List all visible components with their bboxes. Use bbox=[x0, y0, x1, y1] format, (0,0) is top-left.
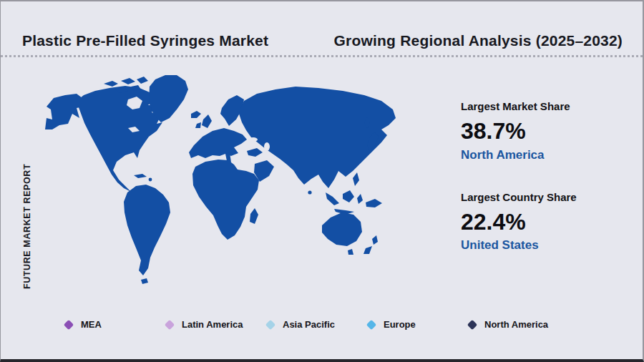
stat-country-share: Largest Country Share 22.4% United State… bbox=[461, 191, 633, 253]
legend-marker-icon bbox=[467, 319, 477, 329]
legend-item-latin-america: Latin America bbox=[166, 319, 267, 330]
legend-marker-icon bbox=[64, 319, 74, 329]
dotted-divider bbox=[1, 55, 643, 57]
brand-watermark: FUTURE MARKET REPORT bbox=[22, 165, 32, 288]
legend-label: MEA bbox=[81, 319, 102, 330]
stat-value: 22.4% bbox=[461, 210, 633, 235]
infographic-frame: Plastic Pre-Filled Syringes Market Growi… bbox=[0, 0, 644, 362]
legend-label: Asia Pacific bbox=[283, 319, 335, 330]
stat-label: Largest Country Share bbox=[461, 191, 633, 203]
stat-value: 38.7% bbox=[461, 119, 633, 144]
world-map-svg bbox=[44, 62, 448, 298]
world-map bbox=[44, 62, 448, 298]
stat-label: Largest Market Share bbox=[461, 100, 633, 112]
header: Plastic Pre-Filled Syringes Market Growi… bbox=[1, 1, 643, 55]
legend-label: Europe bbox=[384, 319, 416, 330]
legend-item-mea: MEA bbox=[65, 319, 166, 330]
legend-marker-icon bbox=[265, 319, 275, 329]
legend-marker-icon bbox=[165, 319, 175, 329]
stat-region: United States bbox=[461, 238, 633, 253]
stat-region: North America bbox=[461, 148, 633, 162]
stat-market-share: Largest Market Share 38.7% North America bbox=[461, 100, 633, 162]
legend: MEA Latin America Asia Pacific Europe No… bbox=[65, 319, 548, 330]
legend-item-europe: Europe bbox=[368, 319, 469, 330]
legend-item-north-america: North America bbox=[469, 319, 548, 330]
page-subtitle: Growing Regional Analysis (2025–2032) bbox=[334, 32, 623, 49]
stats-panel: Largest Market Share 38.7% North America… bbox=[461, 100, 633, 281]
page-title: Plastic Pre-Filled Syringes Market bbox=[22, 32, 268, 49]
legend-label: North America bbox=[484, 319, 548, 330]
legend-marker-icon bbox=[366, 319, 376, 329]
legend-label: Latin America bbox=[182, 319, 243, 330]
legend-item-asia-pacific: Asia Pacific bbox=[267, 319, 368, 330]
